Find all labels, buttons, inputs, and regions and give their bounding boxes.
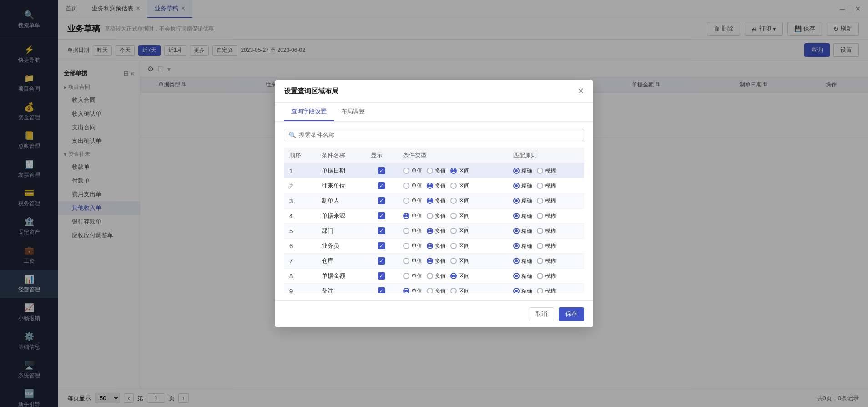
- table-row[interactable]: 8单据金额✓单值多值区间精确模糊: [284, 269, 584, 284]
- match-radio-option[interactable]: 精确: [513, 257, 532, 265]
- row-name: 单据来源: [316, 209, 365, 224]
- match-radio-option[interactable]: 精确: [513, 227, 532, 235]
- settings-table-container: 顺序 条件名称 显示 条件类型 匹配原则 1单据日期✓单值多值区间精确模糊2往来…: [284, 148, 584, 293]
- row-display[interactable]: ✓: [365, 254, 398, 269]
- row-match: 精确模糊: [508, 209, 584, 224]
- table-row[interactable]: 4单据来源✓单值多值区间精确模糊: [284, 209, 584, 224]
- display-checkbox[interactable]: ✓: [378, 197, 385, 204]
- type-radio-option[interactable]: 多值: [427, 257, 446, 265]
- type-radio-option[interactable]: 单值: [403, 167, 422, 175]
- table-row[interactable]: 1单据日期✓单值多值区间精确模糊: [284, 163, 584, 178]
- row-name: 部门: [316, 224, 365, 239]
- type-radio-option[interactable]: 多值: [427, 227, 446, 235]
- type-radio-option[interactable]: 区间: [450, 227, 469, 235]
- row-type: 单值多值区间: [398, 209, 508, 224]
- match-radio-option[interactable]: 精确: [513, 197, 532, 205]
- type-radio-option[interactable]: 区间: [450, 167, 469, 175]
- row-display[interactable]: ✓: [365, 239, 398, 254]
- display-checkbox[interactable]: ✓: [378, 227, 385, 234]
- row-display[interactable]: ✓: [365, 224, 398, 239]
- cancel-button[interactable]: 取消: [529, 307, 554, 321]
- type-radio-option[interactable]: 单值: [403, 212, 422, 220]
- match-radio-option[interactable]: 精确: [513, 167, 532, 175]
- type-radio-option[interactable]: 单值: [403, 272, 422, 280]
- type-radio-option[interactable]: 单值: [403, 257, 422, 265]
- type-radio-option[interactable]: 多值: [427, 287, 446, 294]
- table-row[interactable]: 6业务员✓单值多值区间精确模糊: [284, 239, 584, 254]
- match-radio-option[interactable]: 模糊: [537, 257, 556, 265]
- display-checkbox[interactable]: ✓: [378, 257, 385, 265]
- type-radio-option[interactable]: 区间: [450, 287, 469, 294]
- row-display[interactable]: ✓: [365, 193, 398, 209]
- row-order: 6: [284, 239, 316, 254]
- match-radio-option[interactable]: 模糊: [537, 182, 556, 190]
- display-checkbox[interactable]: ✓: [378, 167, 385, 174]
- match-radio-option[interactable]: 精确: [513, 242, 532, 250]
- row-order: 7: [284, 254, 316, 269]
- row-type: 单值多值区间: [398, 284, 508, 294]
- table-row[interactable]: 7仓库✓单值多值区间精确模糊: [284, 254, 584, 269]
- th-type: 条件类型: [398, 148, 508, 163]
- dialog-search-input[interactable]: [299, 132, 579, 138]
- dialog-tab-layout[interactable]: 布局调整: [334, 103, 372, 121]
- type-radio-option[interactable]: 区间: [450, 242, 469, 250]
- display-checkbox[interactable]: ✓: [378, 272, 385, 280]
- dialog-search-container: 🔍: [284, 129, 584, 141]
- row-order: 1: [284, 163, 316, 178]
- type-radio-option[interactable]: 多值: [427, 182, 446, 190]
- row-type: 单值多值区间: [398, 224, 508, 239]
- type-radio-option[interactable]: 区间: [450, 197, 469, 205]
- row-display[interactable]: ✓: [365, 269, 398, 284]
- type-radio-option[interactable]: 区间: [450, 257, 469, 265]
- match-radio-option[interactable]: 模糊: [537, 227, 556, 235]
- display-checkbox[interactable]: ✓: [378, 242, 385, 249]
- type-radio-option[interactable]: 区间: [450, 182, 469, 190]
- dialog-header: 设置查询区域布局 ✕: [275, 80, 593, 103]
- match-radio-option[interactable]: 模糊: [537, 287, 556, 294]
- row-match: 精确模糊: [508, 163, 584, 178]
- match-radio-option[interactable]: 模糊: [537, 167, 556, 175]
- table-row[interactable]: 5部门✓单值多值区间精确模糊: [284, 224, 584, 239]
- match-radio-option[interactable]: 精确: [513, 212, 532, 220]
- type-radio-option[interactable]: 单值: [403, 227, 422, 235]
- row-display[interactable]: ✓: [365, 163, 398, 178]
- match-radio-option[interactable]: 模糊: [537, 242, 556, 250]
- type-radio-option[interactable]: 多值: [427, 212, 446, 220]
- type-radio-option[interactable]: 区间: [450, 272, 469, 280]
- type-radio-option[interactable]: 单值: [403, 242, 422, 250]
- match-radio-option[interactable]: 模糊: [537, 212, 556, 220]
- match-radio-option[interactable]: 精确: [513, 287, 532, 294]
- display-checkbox[interactable]: ✓: [378, 287, 385, 293]
- row-display[interactable]: ✓: [365, 284, 398, 294]
- display-checkbox[interactable]: ✓: [378, 182, 385, 189]
- table-row[interactable]: 9备注✓单值多值区间精确模糊: [284, 284, 584, 294]
- modal-overlay: 设置查询区域布局 ✕ 查询字段设置 布局调整 🔍: [0, 0, 868, 407]
- row-type: 单值多值区间: [398, 269, 508, 284]
- table-row[interactable]: 2往来单位✓单值多值区间精确模糊: [284, 178, 584, 193]
- row-match: 精确模糊: [508, 254, 584, 269]
- row-name: 备注: [316, 284, 365, 294]
- row-name: 业务员: [316, 239, 365, 254]
- match-radio-option[interactable]: 精确: [513, 272, 532, 280]
- match-radio-option[interactable]: 模糊: [537, 272, 556, 280]
- match-radio-option[interactable]: 模糊: [537, 197, 556, 205]
- row-display[interactable]: ✓: [365, 209, 398, 224]
- type-radio-option[interactable]: 单值: [403, 287, 422, 294]
- type-radio-option[interactable]: 多值: [427, 272, 446, 280]
- type-radio-option[interactable]: 多值: [427, 167, 446, 175]
- type-radio-option[interactable]: 多值: [427, 242, 446, 250]
- dialog-save-button[interactable]: 保存: [559, 307, 584, 321]
- match-radio-option[interactable]: 精确: [513, 182, 532, 190]
- tab-fields-label: 查询字段设置: [291, 108, 327, 115]
- dialog-close-button[interactable]: ✕: [577, 86, 584, 96]
- dialog-tab-fields[interactable]: 查询字段设置: [284, 103, 334, 121]
- type-radio-option[interactable]: 单值: [403, 197, 422, 205]
- type-radio-option[interactable]: 单值: [403, 182, 422, 190]
- type-radio-option[interactable]: 多值: [427, 197, 446, 205]
- th-display: 显示: [365, 148, 398, 163]
- type-radio-option[interactable]: 区间: [450, 212, 469, 220]
- row-display[interactable]: ✓: [365, 178, 398, 193]
- dialog-title: 设置查询区域布局: [284, 87, 338, 96]
- display-checkbox[interactable]: ✓: [378, 212, 385, 219]
- table-row[interactable]: 3制单人✓单值多值区间精确模糊: [284, 193, 584, 209]
